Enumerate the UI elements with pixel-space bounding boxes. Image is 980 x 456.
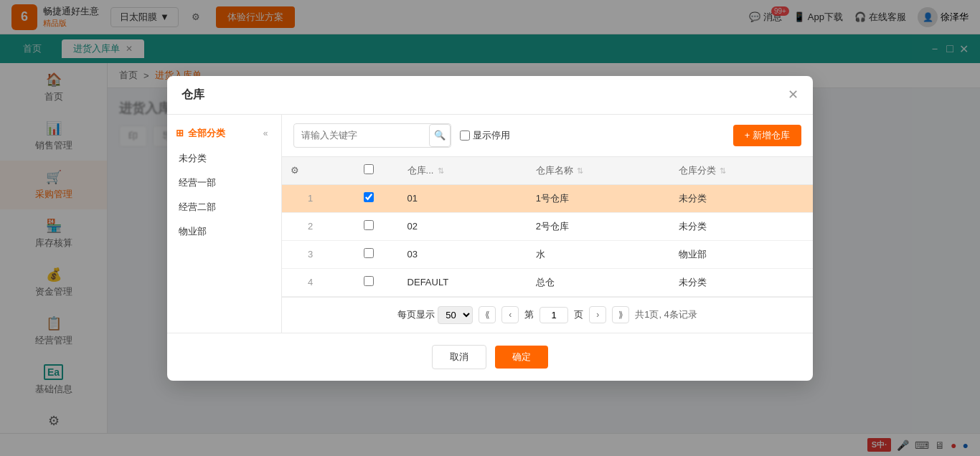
category-item-ops2[interactable]: 经营二部 [167,195,281,219]
row-category: 未分类 [670,268,813,296]
collapse-button[interactable]: « [258,126,273,141]
row-checkbox[interactable] [364,192,374,202]
table-row[interactable]: 1 01 1号仓库 未分类 [282,184,813,212]
col-code[interactable]: 仓库... ⇅ [399,157,527,185]
row-checkbox-cell [339,268,398,296]
row-name: 2号仓库 [527,212,670,240]
row-code: 03 [399,240,527,268]
col-name[interactable]: 仓库名称 ⇅ [527,157,670,185]
row-code: DEFAULT [399,268,527,296]
prev-page-button[interactable]: ‹ [501,306,519,323]
last-page-button[interactable]: ⟫ [612,306,629,323]
row-checkbox-cell [339,240,398,268]
category-item-uncategorized[interactable]: 未分类 [167,146,281,171]
row-checkbox[interactable] [364,220,374,230]
modal-close-button[interactable]: ✕ [788,88,798,101]
modal-footer: 取消 确定 [167,333,813,381]
table-row[interactable]: 3 03 水 物业部 [282,240,813,268]
search-box: 🔍 [293,123,451,148]
add-warehouse-button[interactable]: + 新增仓库 [733,125,801,146]
col-settings: ⚙ [282,157,339,185]
all-category-header[interactable]: ⊞ 全部分类 « [167,120,281,146]
next-page-button[interactable]: › [589,306,606,323]
table-row[interactable]: 2 02 2号仓库 未分类 [282,212,813,240]
page-number-input[interactable] [540,307,568,323]
modal-title: 仓库 [182,87,204,103]
pagination: 每页显示 50 ⟪ ‹ 第 页 › [282,297,813,333]
col-checkbox [339,157,398,185]
category-item-property[interactable]: 物业部 [167,219,281,244]
row-category: 未分类 [670,212,813,240]
warehouse-table: ⚙ 仓库... ⇅ 仓库名称 ⇅ [282,157,813,297]
row-category: 物业部 [670,240,813,268]
row-num: 4 [282,268,339,296]
modal-header: 仓库 ✕ [167,76,813,115]
sort-category-icon: ⇅ [720,166,726,175]
row-num: 2 [282,212,339,240]
grid-icon: ⊞ [176,128,184,138]
show-disabled-label: 显示停用 [473,129,510,142]
row-checkbox-cell [339,184,398,212]
row-name: 1号仓库 [527,184,670,212]
row-checkbox[interactable] [364,276,374,286]
first-page-button[interactable]: ⟪ [479,306,496,323]
warehouse-modal: 仓库 ✕ ⊞ 全部分类 « 未分类 经营一部 经营二部 物业部 [167,76,813,381]
all-category-label: ⊞ 全部分类 [176,127,225,140]
cancel-button[interactable]: 取消 [432,345,486,369]
row-name: 水 [527,240,670,268]
row-num: 3 [282,240,339,268]
select-all-checkbox[interactable] [364,164,374,174]
table-panel: 🔍 显示停用 + 新增仓库 ⚙ [282,115,813,333]
page-size-select[interactable]: 50 [438,306,473,324]
confirm-button[interactable]: 确定 [495,346,548,369]
data-table: ⚙ 仓库... ⇅ 仓库名称 ⇅ [282,157,813,297]
row-code: 02 [399,212,527,240]
search-icon-button[interactable]: 🔍 [429,124,451,147]
modal-body: ⊞ 全部分类 « 未分类 经营一部 经营二部 物业部 🔍 [167,115,813,333]
show-disabled-checkbox[interactable] [460,130,470,141]
table-row[interactable]: 4 DEFAULT 总仓 未分类 [282,268,813,296]
row-name: 总仓 [527,268,670,296]
row-checkbox-cell [339,212,398,240]
col-category[interactable]: 仓库分类 ⇅ [670,157,813,185]
row-num: 1 [282,184,339,212]
search-input[interactable] [294,125,429,145]
sort-code-icon: ⇅ [438,166,444,175]
row-checkbox[interactable] [364,248,374,258]
category-item-ops1[interactable]: 经营一部 [167,171,281,195]
table-toolbar: 🔍 显示停用 + 新增仓库 [282,115,813,157]
show-disabled-wrapper: 显示停用 [460,129,510,142]
row-category: 未分类 [670,184,813,212]
page-size-selector: 每页显示 50 [397,306,473,324]
sort-name-icon: ⇅ [577,166,583,175]
total-info: 共1页, 4条记录 [635,308,697,321]
modal-overlay: 仓库 ✕ ⊞ 全部分类 « 未分类 经营一部 经营二部 物业部 [0,0,980,456]
row-code: 01 [399,184,527,212]
category-panel: ⊞ 全部分类 « 未分类 经营一部 经营二部 物业部 [167,115,282,333]
